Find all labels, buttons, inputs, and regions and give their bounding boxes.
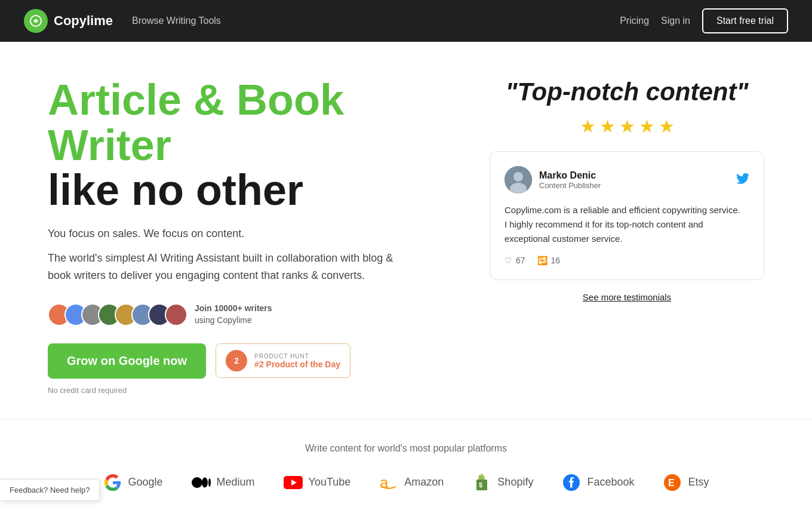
svg-point-2 (513, 172, 523, 182)
avatars-row: Join 10000+ writers using Copylime (48, 303, 418, 326)
twitter-icon (736, 172, 749, 188)
svg-text:E: E (668, 478, 675, 488)
youtube-icon (284, 473, 303, 492)
star-2: ★ (599, 116, 616, 137)
tweet-user: Marko Denic Content Publisher (505, 166, 601, 193)
tweet-user-info: Marko Denic Content Publisher (539, 170, 601, 190)
hero-cta: Grow on Google now 2 PRODUCT HUNT #2 Pro… (48, 343, 418, 379)
platform-amazon: a Amazon (379, 473, 444, 492)
pricing-link[interactable]: Pricing (620, 16, 649, 26)
hero-subtitle: You focus on sales. We focus on content. (48, 228, 418, 240)
google-icon (103, 473, 122, 492)
avatar (505, 166, 532, 193)
grow-on-google-button[interactable]: Grow on Google now (48, 343, 206, 379)
start-free-trial-button[interactable]: Start free trial (702, 8, 788, 33)
hero-description: The world's simplest AI Writing Assistan… (48, 250, 418, 284)
svg-point-6 (208, 478, 211, 487)
hero-right: "Top-notch content" ★ ★ ★ ★ ★ (490, 78, 764, 302)
see-more-testimonials-link[interactable]: See more testimonials (490, 292, 764, 302)
platform-facebook: Facebook (562, 473, 634, 492)
svg-point-4 (192, 477, 202, 488)
tweet-header: Marko Denic Content Publisher (505, 166, 749, 193)
tweet-card: Marko Denic Content Publisher Copylime.c… (490, 151, 764, 280)
product-hunt-badge[interactable]: 2 PRODUCT HUNT #2 Product of the Day (216, 343, 350, 378)
avatar-group (48, 303, 187, 326)
svg-text:$: $ (479, 481, 482, 489)
logo-text: Copylime (54, 13, 113, 29)
logo[interactable]: Copylime (24, 9, 113, 33)
browse-writing-tools-link[interactable]: Browse Writing Tools (132, 16, 221, 26)
tweet-body: Copylime.com is a reliable and efficient… (505, 203, 749, 246)
amazon-icon: a (379, 473, 398, 492)
etsy-label: Etsy (688, 476, 709, 489)
google-label: Google (128, 476, 163, 489)
navbar: Copylime Browse Writing Tools Pricing Si… (0, 0, 812, 42)
testimonial-header: "Top-notch content" ★ ★ ★ ★ ★ (490, 78, 764, 137)
platforms-logos: Google Medium YouTube (48, 473, 764, 492)
avatar (165, 303, 187, 326)
platforms-title: Write content for world's most popular p… (48, 443, 764, 454)
youtube-label: YouTube (309, 476, 351, 489)
ph-text: PRODUCT HUNT #2 Product of the Day (254, 353, 340, 369)
hero-title-dark: like no other (48, 168, 418, 213)
feedback-button[interactable]: Feedback? Need help? (0, 479, 100, 501)
facebook-icon (562, 473, 581, 492)
retweet-action[interactable]: 🔁 16 (537, 256, 561, 265)
star-4: ★ (639, 116, 655, 137)
tweet-actions: ♡ 67 🔁 16 (505, 256, 749, 265)
star-3: ★ (619, 116, 635, 137)
hero-section: Article & Book Writer like no other You … (0, 42, 812, 419)
shopify-icon: $ (472, 473, 491, 492)
medium-icon (192, 473, 211, 492)
svg-point-5 (202, 477, 208, 487)
platform-etsy: E Etsy (663, 473, 709, 492)
quote-text: "Top-notch content" (490, 78, 764, 106)
etsy-icon: E (663, 473, 682, 492)
no-credit-card-text: No credit card required (48, 386, 418, 395)
heart-icon: ♡ (505, 256, 512, 265)
platform-youtube: YouTube (284, 473, 351, 492)
retweet-icon: 🔁 (537, 256, 548, 265)
shopify-label: Shopify (497, 476, 533, 489)
star-1: ★ (580, 116, 596, 137)
hero-left: Article & Book Writer like no other You … (48, 78, 418, 395)
ph-medal: 2 (226, 350, 247, 371)
facebook-label: Facebook (587, 476, 634, 489)
logo-icon (24, 9, 48, 33)
signin-link[interactable]: Sign in (661, 16, 690, 26)
amazon-label: Amazon (404, 476, 444, 489)
like-action[interactable]: ♡ 67 (505, 256, 525, 265)
medium-label: Medium (217, 476, 255, 489)
platform-google: Google (103, 473, 163, 492)
hero-title-green: Article & Book Writer (48, 78, 418, 168)
platform-shopify: $ Shopify (472, 473, 533, 492)
platform-medium: Medium (192, 473, 255, 492)
nav-right: Pricing Sign in Start free trial (620, 8, 788, 33)
platforms-section: Write content for world's most popular p… (0, 419, 812, 513)
nav-left: Copylime Browse Writing Tools (24, 9, 221, 33)
join-text: Join 10000+ writers using Copylime (195, 303, 272, 326)
star-rating: ★ ★ ★ ★ ★ (490, 116, 764, 137)
star-5: ★ (659, 116, 675, 137)
